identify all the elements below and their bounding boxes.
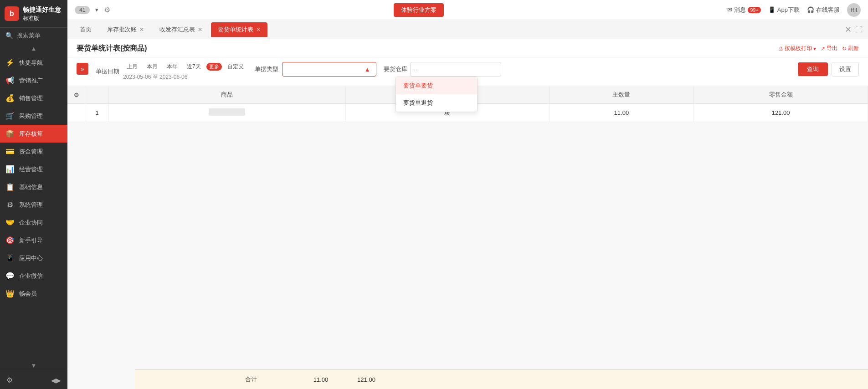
purchase-icon: 🛒 bbox=[5, 112, 15, 120]
total-amount: 121.00 bbox=[348, 376, 385, 383]
sidebar-item-inventory[interactable]: 📦 库存核算 bbox=[0, 125, 67, 143]
sidebar-item-quick-nav[interactable]: ⚡ 快捷导航 bbox=[0, 54, 67, 72]
message-label: 消息 bbox=[734, 6, 746, 14]
date-opt-current[interactable]: 本月 bbox=[143, 62, 161, 72]
sales-icon: 💰 bbox=[5, 94, 15, 102]
online-service-button[interactable]: 🎧 在线客服 bbox=[807, 6, 840, 14]
date-range-text: 2023-05-06 至 2023-06-06 bbox=[123, 73, 247, 81]
refresh-button[interactable]: ↻ 刷新 bbox=[842, 45, 859, 52]
sidebar-item-app-center[interactable]: 📱 应用中心 bbox=[0, 249, 67, 267]
sidebar-item-guide[interactable]: 🎯 新手引导 bbox=[0, 231, 67, 249]
col-quantity: 主数量 bbox=[549, 86, 693, 104]
trial-button[interactable]: 体验行业方案 bbox=[394, 3, 444, 17]
logo-icon: b bbox=[5, 6, 19, 21]
warehouse-select[interactable]: ··· bbox=[410, 62, 501, 77]
search-menu-button[interactable]: 🔍 搜索菜单 bbox=[0, 28, 67, 43]
type-select[interactable]: ▲ bbox=[282, 62, 376, 77]
warehouse-filter-label: 要货仓库 bbox=[384, 65, 407, 73]
sidebar-item-sales[interactable]: 💰 销售管理 bbox=[0, 89, 67, 107]
sidebar-item-label: 采购管理 bbox=[19, 112, 43, 120]
service-icon: 🎧 bbox=[807, 6, 814, 13]
query-button[interactable]: 查询 bbox=[798, 62, 828, 76]
select-up-arrow: ▲ bbox=[365, 66, 370, 73]
user-avatar[interactable]: Rit bbox=[847, 3, 861, 17]
sidebar-item-vip[interactable]: 👑 畅会员 bbox=[0, 285, 67, 302]
quick-nav-icon: ⚡ bbox=[5, 58, 15, 67]
sidebar-item-label: 企业微信 bbox=[19, 272, 43, 280]
sidebar-item-system[interactable]: ⚙ 系统管理 bbox=[0, 196, 67, 214]
col-index bbox=[86, 86, 108, 104]
date-opt-7days[interactable]: 近7天 bbox=[183, 62, 205, 72]
app-center-icon: 📱 bbox=[5, 254, 15, 262]
sidebar-logo: b 畅捷通好生意 标准版 bbox=[0, 0, 67, 28]
date-opt-year[interactable]: 本年 bbox=[163, 62, 181, 72]
tab-order-close[interactable]: ✕ bbox=[256, 26, 261, 33]
sidebar-scroll-up[interactable]: ▲ bbox=[0, 43, 67, 54]
export-button[interactable]: ↗ 导出 bbox=[821, 45, 837, 52]
sidebar-item-purchase[interactable]: 🛒 采购管理 bbox=[0, 107, 67, 125]
sidebar-item-wechat[interactable]: 💬 企业微信 bbox=[0, 267, 67, 285]
marketing-icon: 📢 bbox=[5, 76, 15, 85]
sidebar-item-finance[interactable]: 💳 资金管理 bbox=[0, 143, 67, 160]
type-dropdown: 要货单要货 要货单退货 bbox=[395, 77, 478, 112]
sidebar-item-label: 新手引导 bbox=[19, 236, 43, 245]
system-icon: ⚙ bbox=[5, 200, 15, 209]
expand-filter-button[interactable]: » bbox=[77, 63, 88, 75]
tab-maximize[interactable]: ⛶ bbox=[855, 26, 863, 34]
tab-batch-label: 库存批次账 bbox=[107, 26, 137, 34]
page-title: 要货单统计表(按商品) bbox=[77, 44, 147, 53]
col-amount: 零售金额 bbox=[694, 86, 868, 104]
dropdown-item-order-goods[interactable]: 要货单要货 bbox=[396, 77, 477, 94]
logo-main-text: 畅捷通好生意 bbox=[23, 5, 61, 15]
message-badge: 99+ bbox=[748, 7, 761, 13]
tab-batch-account[interactable]: 库存批次账 ✕ bbox=[100, 22, 151, 37]
sidebar-scroll-down[interactable]: ▼ bbox=[0, 360, 67, 371]
sidebar-item-label: 资金管理 bbox=[19, 148, 43, 156]
sidebar-item-label: 营销推广 bbox=[19, 77, 43, 85]
date-filter-label: 单据日期 bbox=[96, 67, 119, 76]
app-download-icon: 📱 bbox=[768, 6, 776, 13]
date-opt-custom[interactable]: 自定义 bbox=[224, 62, 247, 72]
col-gear[interactable]: ⚙ bbox=[67, 86, 86, 104]
message-icon: ✉ bbox=[727, 6, 732, 13]
sidebar-item-operations[interactable]: 📊 经营管理 bbox=[0, 160, 67, 178]
table-footer: 合计 11.00 121.00 bbox=[135, 369, 868, 389]
sidebar-bottom: ⚙ ◀▶ bbox=[0, 371, 67, 389]
type-input[interactable] bbox=[288, 66, 365, 73]
settings-icon[interactable]: ⚙ bbox=[104, 5, 110, 14]
tab-close-all[interactable]: ✕ bbox=[845, 25, 852, 35]
print-template-button[interactable]: 🖨 按模板打印 ▾ bbox=[778, 45, 816, 52]
gear-icon[interactable]: ⚙ bbox=[74, 92, 79, 98]
date-more-badge[interactable]: 更多 bbox=[206, 63, 222, 71]
enterprise-icon: 🤝 bbox=[5, 218, 15, 227]
message-button[interactable]: ✉ 消息 99+ bbox=[727, 6, 761, 14]
sidebar-item-marketing[interactable]: 📢 营销推广 bbox=[0, 72, 67, 89]
export-icon: ↗ bbox=[821, 46, 825, 52]
sidebar-settings-icon[interactable]: ⚙ bbox=[6, 376, 13, 384]
basic-info-icon: 📋 bbox=[5, 183, 15, 191]
print-dropdown-icon: ▾ bbox=[813, 46, 816, 52]
sidebar-item-label: 基础信息 bbox=[19, 183, 43, 191]
tab-batch-close[interactable]: ✕ bbox=[139, 26, 144, 33]
row-index: 1 bbox=[86, 104, 108, 122]
filter-settings-button[interactable]: 设置 bbox=[832, 62, 859, 77]
tab-dropdown-arrow[interactable]: ▾ bbox=[95, 6, 98, 13]
sidebar-item-basic-info[interactable]: 📋 基础信息 bbox=[0, 178, 67, 196]
app-download-label: App下载 bbox=[777, 6, 800, 14]
tab-order-stats[interactable]: 要货单统计表 ✕ bbox=[211, 22, 267, 37]
sidebar-collapse-icon[interactable]: ◀▶ bbox=[51, 377, 61, 384]
page-title-bar: 要货单统计表(按商品) 🖨 按模板打印 ▾ ↗ 导出 ↻ 刷新 bbox=[67, 39, 868, 57]
service-label: 在线客服 bbox=[816, 6, 840, 14]
dropdown-item-order-return[interactable]: 要货单退货 bbox=[396, 94, 477, 112]
sidebar-item-enterprise[interactable]: 🤝 企业协同 bbox=[0, 214, 67, 231]
product-name-placeholder bbox=[209, 108, 245, 116]
col-product: 商品 bbox=[108, 86, 346, 104]
content-area: 要货单统计表(按商品) 🖨 按模板打印 ▾ ↗ 导出 ↻ 刷新 » bbox=[67, 39, 868, 389]
tab-receive-summary[interactable]: 收发存汇总表 ✕ bbox=[153, 22, 209, 37]
tab-receive-close[interactable]: ✕ bbox=[198, 26, 202, 33]
app-download-button[interactable]: 📱 App下载 bbox=[768, 6, 800, 14]
search-icon: 🔍 bbox=[5, 32, 13, 39]
date-opt-up[interactable]: 上月 bbox=[123, 62, 141, 72]
tab-home[interactable]: 首页 bbox=[73, 22, 98, 37]
footer-bar: 合计 11.00 121.00 bbox=[135, 369, 868, 389]
